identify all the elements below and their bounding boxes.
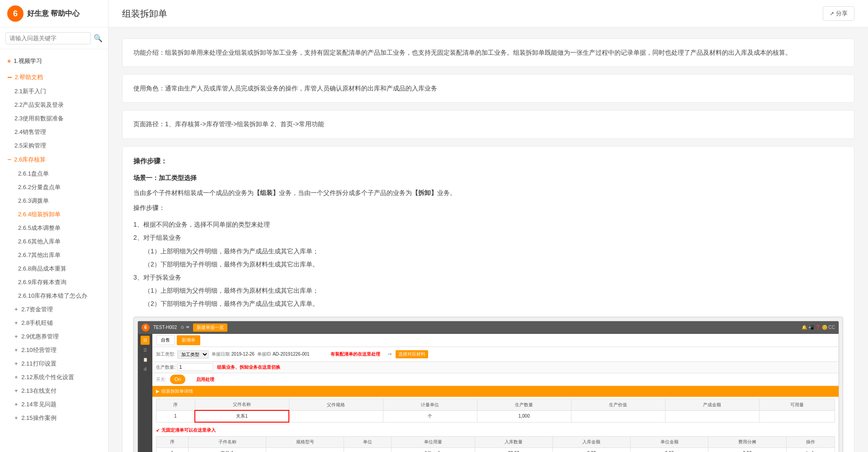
new-order-btn[interactable]: 新建单据一览 bbox=[193, 324, 227, 332]
col-c-action: 操作 bbox=[786, 437, 835, 448]
step-2: 2、对于组装业务 bbox=[133, 232, 843, 243]
sidebar-item-261[interactable]: 2.6.1盘点单 bbox=[0, 167, 108, 181]
on-label-prefix: 开关: bbox=[156, 376, 166, 384]
app-strip-icon2: ☰ bbox=[143, 347, 147, 354]
share-button[interactable]: ↗ 分享 bbox=[823, 6, 854, 21]
sidebar-item-27[interactable]: + 2.7资金管理 bbox=[0, 303, 108, 316]
sidebar-item-262[interactable]: 2.6.2分量盘点单 bbox=[0, 181, 108, 194]
ops-steps-label: 操作步骤： bbox=[133, 202, 843, 214]
col-c-inqty: 入库数量 bbox=[475, 437, 552, 448]
parent-row-1: 1 关系1 个 1,000 bbox=[156, 410, 835, 422]
sidebar-item-268[interactable]: 2.6.8商品成本重算 bbox=[0, 262, 108, 276]
expand-icon-28: + bbox=[14, 319, 18, 326]
app-tab-bar: 自售 新增单 bbox=[152, 334, 839, 347]
sidebar-item-26[interactable]: − 2.6库存核算 bbox=[0, 152, 108, 167]
field-date-val: 2019-12-26 bbox=[231, 350, 255, 358]
app-topbar-icon: ⚙ ❤ bbox=[180, 324, 189, 332]
sidebar-item-214[interactable]: + 2.14常见问题 bbox=[0, 398, 108, 411]
app-logo-small: 6 bbox=[142, 324, 150, 332]
expand-icon-1: + bbox=[7, 57, 11, 65]
parent-table-header: 序 父件名称 父件规格 计量单位 生产数量 生产价值 产成金额 可用量 bbox=[156, 399, 835, 411]
sidebar-item-215[interactable]: + 2.15操作案例 bbox=[0, 411, 108, 425]
app-lower-table-area: ↙ 无固定清单可以在这里录入 序 子件名称 规格型号 bbox=[152, 424, 839, 452]
sidebar-item-22[interactable]: 2.2产品安装及登录 bbox=[0, 98, 108, 112]
nav-section-1: + 1.视频学习 bbox=[0, 53, 108, 69]
c-inqty-1: 30.00 bbox=[475, 448, 552, 452]
path-text: 页面路径：1、库存核算->库存管理->组装拆卸单 2、首页->常用功能 bbox=[133, 119, 843, 130]
app-header-bar: 6 TEST-H002 ⚙ ❤ 新建单据一览 🔔 📲 ❓ 😊 CC bbox=[138, 321, 839, 334]
select-material-btn[interactable]: 选择对应材料 bbox=[396, 350, 428, 358]
step-2-sub1: （1）上部明细为父件明细，最终作为产成品生成其它入库单； bbox=[133, 246, 843, 257]
sidebar-item-212[interactable]: + 2.12系统个性化设置 bbox=[0, 371, 108, 384]
field-type-label: 加工类型: bbox=[156, 350, 175, 358]
annotation5-area: ↙ 无固定清单可以在这里录入 bbox=[156, 426, 835, 434]
col-c-seq: 序 bbox=[156, 437, 189, 448]
sidebar-item-25[interactable]: 2.5采购管理 bbox=[0, 139, 108, 152]
tab-new[interactable]: 新增单 bbox=[177, 335, 200, 345]
annotation3-text: 组装业务、拆卸业务在这里切换 bbox=[217, 363, 280, 371]
intro-text: 功能介绍：组装拆卸单用来处理企业组装或拆卸等加工业务，支持有固定装配清单的产品加… bbox=[133, 47, 843, 58]
sidebar-item-211[interactable]: + 2.11打印设置 bbox=[0, 357, 108, 371]
expand-icon-212: + bbox=[14, 374, 18, 381]
col-c-unit: 单位 bbox=[344, 437, 392, 448]
app-body: 目 ☰ 📋 🖨 自售 新增单 bbox=[138, 334, 839, 452]
field-type-row: 加工类型: 加工类型 bbox=[156, 350, 209, 359]
c-name-1: 商品 1 bbox=[188, 448, 266, 452]
sidebar-item-28[interactable]: + 2.8手机旺铺 bbox=[0, 316, 108, 330]
sidebar-item-video[interactable]: + 1.视频学习 bbox=[0, 54, 108, 68]
expand-icon-213: + bbox=[14, 387, 18, 394]
c-spec-1 bbox=[266, 448, 344, 452]
sidebar-item-263[interactable]: 2.6.3调拨单 bbox=[0, 194, 108, 208]
col-qty: 生产数量 bbox=[477, 399, 571, 411]
on-badge: On bbox=[170, 375, 186, 385]
sidebar-item-264[interactable]: 2.6.4组装拆卸单 bbox=[0, 208, 108, 221]
sidebar-item-24[interactable]: 2.4销售管理 bbox=[0, 125, 108, 139]
cell-amt-1 bbox=[665, 410, 759, 422]
app-strip-icon4: 🖨 bbox=[143, 365, 147, 372]
search-button[interactable]: 🔍 bbox=[94, 34, 103, 43]
sidebar: 6 好生意 帮助中心 🔍 + 1.视频学习 − 2.帮助文档 2.1新手入门 2… bbox=[0, 0, 108, 452]
field-date-label: 单据日期 bbox=[212, 350, 230, 358]
count-input[interactable] bbox=[177, 363, 213, 371]
app-subtoolbar: 生产数量: 组装业务、拆卸业务在这里切换 bbox=[152, 362, 839, 373]
sidebar-item-267[interactable]: 2.6.7其他出库单 bbox=[0, 248, 108, 262]
cell-avail-1 bbox=[759, 410, 835, 422]
col-c-inamount: 入库金额 bbox=[552, 437, 630, 448]
sidebar-item-21[interactable]: 2.1新手入门 bbox=[0, 85, 108, 98]
expand-icon-215: + bbox=[14, 414, 18, 421]
sidebar-item-29[interactable]: + 2.9优惠券管理 bbox=[0, 330, 108, 343]
sidebar-item-269[interactable]: 2.6.9库存账本查询 bbox=[0, 276, 108, 289]
app-toolbar-row1: 加工类型: 加工类型 单据日期 2019-12-26 bbox=[152, 347, 839, 362]
sidebar-item-210[interactable]: + 2.10经营管理 bbox=[0, 343, 108, 357]
role-text: 使用角色：通常由生产人员或库管人员完成拆装业务的操作，库管人员确认原材料的出库和… bbox=[133, 83, 843, 94]
on-badge-row: 开关: On 启用处理 bbox=[152, 373, 839, 386]
app-orange-banner: ▶ 组装拆卸单详情 bbox=[152, 386, 839, 397]
field-id-label: 单据ID bbox=[257, 350, 271, 358]
sidebar-item-23[interactable]: 2.3使用前数据准备 bbox=[0, 112, 108, 125]
sidebar-item-266[interactable]: 2.6.6其他入库单 bbox=[0, 235, 108, 248]
collapse-icon-26: − bbox=[7, 156, 11, 164]
col-parent-spec: 父件规格 bbox=[289, 399, 383, 411]
step-2-sub2: （2）下部明细为子件明细，最终作为原材料生成其它出库单。 bbox=[133, 259, 843, 270]
search-input[interactable] bbox=[5, 32, 91, 44]
expand-icon-27: + bbox=[14, 306, 18, 313]
app-main-content: 自售 新增单 加工类型: 加工类型 bbox=[152, 334, 839, 452]
expand-icon-210: + bbox=[14, 347, 18, 353]
cell-spec-1 bbox=[289, 410, 383, 422]
steps-label: 操作步骤： bbox=[133, 155, 843, 167]
tab-home[interactable]: 自售 bbox=[156, 335, 175, 345]
field-type-select[interactable]: 加工类型 bbox=[177, 350, 209, 359]
path-card: 页面路径：1、库存核算->库存管理->组装拆卸单 2、首页->常用功能 bbox=[122, 110, 854, 138]
app-strip-icon3: 📋 bbox=[143, 356, 148, 363]
sidebar-item-265[interactable]: 2.6.5成本调整单 bbox=[0, 221, 108, 235]
app-strip-icon1: 目 bbox=[141, 336, 150, 345]
count-label: 生产数量: bbox=[156, 363, 175, 371]
col-unit: 计量单位 bbox=[383, 399, 477, 411]
sidebar-item-2610[interactable]: 2.6.10库存账本错了怎么办 bbox=[0, 289, 108, 303]
screenshot-container: 6 TEST-H002 ⚙ ❤ 新建单据一览 🔔 📲 ❓ 😊 CC bbox=[133, 317, 843, 452]
field-id-val: AD-20191226-001 bbox=[273, 350, 310, 358]
sidebar-item-213[interactable]: + 2.13在线支付 bbox=[0, 384, 108, 398]
col-c-name: 子件名称 bbox=[188, 437, 266, 448]
annotation1-text: 有装配清单的在这里处理 bbox=[330, 350, 380, 358]
sidebar-item-docs[interactable]: − 2.帮助文档 bbox=[0, 70, 108, 85]
